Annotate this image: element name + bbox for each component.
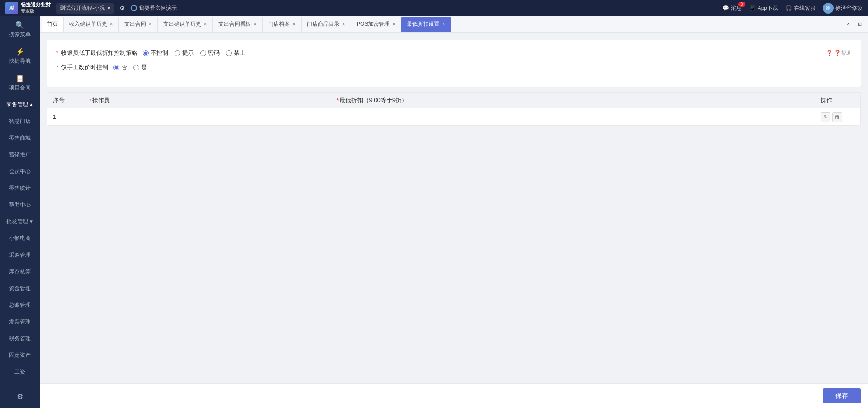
- radio-password-label: 密码: [208, 49, 220, 57]
- radio-forbidden-input[interactable]: [226, 50, 232, 56]
- sidebar-item-search[interactable]: 🔍 搜索菜单: [0, 16, 40, 43]
- customer-service-button[interactable]: 🎧 在线客服: [785, 5, 816, 12]
- discount-required: *: [336, 97, 339, 104]
- delete-button-1[interactable]: 🗑: [832, 112, 842, 122]
- app-download-label: App下载: [758, 5, 778, 12]
- radio-forbidden[interactable]: 禁止: [226, 49, 245, 57]
- table-row: 1 ✎ 🗑: [47, 108, 861, 126]
- edit-button-1[interactable]: ✎: [821, 112, 830, 122]
- search-icon: 🔍: [15, 21, 24, 29]
- retail-label: 零售管理: [6, 101, 28, 108]
- sidebar-item-retail-stat[interactable]: 零售统计: [0, 180, 40, 197]
- tab-min-discount[interactable]: 最低折扣设置 ✕: [401, 17, 451, 32]
- tab-pos-password-label: POS加密管理: [357, 20, 390, 28]
- user-profile-button[interactable]: 徐 徐泽华修改: [823, 3, 863, 14]
- sidebar-settings-icon[interactable]: ⚙: [0, 389, 40, 404]
- radio-yes-input[interactable]: [133, 65, 139, 70]
- sidebar-label-invoice: 发票管理: [9, 318, 31, 326]
- page-footer: 保存: [40, 383, 868, 408]
- sidebar-item-invoice[interactable]: 发票管理: [0, 314, 40, 330]
- radio-no-control-input[interactable]: [143, 50, 149, 56]
- radio-password[interactable]: 密码: [200, 49, 220, 57]
- main-layout: 🔍 搜索菜单 ⚡ 快捷导航 📋 项目合同 零售管理 ▲ 智慧门店 零售商城 营销…: [0, 16, 868, 408]
- tab-payment-confirm-close[interactable]: ✕: [203, 22, 207, 27]
- sidebar-item-shortcut[interactable]: ⚡ 快捷导航: [0, 43, 40, 70]
- sidebar-item-member[interactable]: 会员中心: [0, 163, 40, 180]
- tab-pos-password-close[interactable]: ✕: [392, 22, 396, 27]
- tab-payment-board[interactable]: 支出合同看板 ✕: [213, 17, 263, 32]
- tab-income-confirm[interactable]: 收入确认单历史 ✕: [64, 17, 119, 32]
- tab-payment-contract-close[interactable]: ✕: [148, 22, 152, 27]
- cashier-policy-row: * 收银员低于最低折扣控制策略 不控制 提示: [56, 49, 852, 57]
- sidebar-item-purchase[interactable]: 采购管理: [0, 247, 40, 263]
- radio-no[interactable]: 否: [113, 63, 127, 71]
- tab-min-discount-label: 最低折扣设置: [407, 20, 439, 28]
- th-operator: * 操作员: [84, 96, 331, 104]
- project-selector[interactable]: 测试分开流程-小况 ▾: [56, 3, 114, 14]
- save-button[interactable]: 保存: [823, 388, 861, 403]
- tab-payment-contract[interactable]: 支出合同 ✕: [119, 17, 158, 32]
- tab-store-catalog-close[interactable]: ✕: [342, 22, 345, 27]
- tab-payment-board-close[interactable]: ✕: [253, 22, 257, 27]
- sidebar-label-member: 会员中心: [9, 168, 31, 175]
- tab-bar-actions: ✕ ⊡: [844, 20, 866, 28]
- tab-payment-confirm-label: 支出确认单历史: [163, 20, 201, 28]
- message-button[interactable]: 💬 消息 8: [722, 5, 742, 12]
- th-min-discount: * 最低折扣（9.00等于9折）: [331, 96, 815, 104]
- tab-store-catalog[interactable]: 门店商品目录 ✕: [302, 17, 351, 32]
- sidebar-label-ecommerce: 小畅电商: [9, 234, 31, 242]
- radio-no-input[interactable]: [113, 65, 119, 70]
- content-area: 首页 收入确认单历史 ✕ 支出合同 ✕ 支出确认单历史 ✕ 支出合同看板 ✕ 门…: [40, 16, 868, 408]
- tab-close-current-button[interactable]: ✕: [844, 20, 853, 28]
- radio-no-control-label: 不控制: [151, 49, 168, 57]
- app-edition: 专业版: [21, 8, 51, 14]
- tab-store-archive[interactable]: 门店档案 ✕: [263, 17, 302, 32]
- radio-remind[interactable]: 提示: [175, 49, 194, 57]
- app-download-button[interactable]: 📱 App下载: [749, 5, 778, 12]
- radio-no-control[interactable]: 不控制: [143, 49, 168, 57]
- tab-store-archive-label: 门店档案: [268, 20, 290, 28]
- tab-home-label: 首页: [47, 20, 58, 28]
- help-link[interactable]: ❓ ❓帮助: [826, 49, 852, 57]
- retail-arrow-icon: ▲: [29, 102, 33, 107]
- sidebar-item-assets[interactable]: 固定资产: [0, 347, 40, 364]
- tab-home[interactable]: 首页: [42, 17, 64, 32]
- sidebar-item-help[interactable]: 帮助中心: [0, 197, 40, 213]
- sidebar-item-smart-store[interactable]: 智慧门店: [0, 113, 40, 130]
- settings-icon[interactable]: ⚙: [119, 5, 125, 12]
- sidebar-item-wholesale[interactable]: 批发管理 ▼: [0, 213, 40, 230]
- sidebar-item-retail-mall[interactable]: 零售商城: [0, 130, 40, 146]
- radio-password-input[interactable]: [200, 50, 206, 56]
- sidebar-item-inventory[interactable]: 库存核算: [0, 263, 40, 280]
- discount-table: 序号 * 操作员 * 最低折扣（9.00等于9折） 操作: [47, 92, 861, 126]
- sidebar-item-ledger[interactable]: 总账管理: [0, 297, 40, 314]
- tab-income-confirm-label: 收入确认单历史: [69, 20, 107, 28]
- sidebar-item-tax[interactable]: 税务管理: [0, 330, 40, 347]
- tab-min-discount-close[interactable]: ✕: [442, 22, 445, 27]
- cashier-policy-label: * 收银员低于最低折扣控制策略: [56, 49, 137, 57]
- sidebar-item-ecommerce[interactable]: 小畅电商: [0, 230, 40, 247]
- sidebar-item-project[interactable]: 📋 项目合同: [0, 70, 40, 96]
- sidebar-bottom: ⚙: [0, 385, 40, 408]
- tab-pos-password[interactable]: POS加密管理 ✕: [351, 17, 401, 32]
- form-card: * 收银员低于最低折扣控制策略 不控制 提示: [47, 40, 861, 87]
- tab-income-confirm-close[interactable]: ✕: [109, 22, 113, 27]
- radio-yes[interactable]: 是: [133, 63, 147, 71]
- sidebar-label-retail-mall: 零售商城: [9, 134, 31, 142]
- logo-icon: 财: [5, 2, 18, 14]
- sidebar-item-payroll[interactable]: 工资: [0, 364, 40, 380]
- demo-link[interactable]: 我要看实例演示: [131, 5, 177, 12]
- sidebar-item-retail[interactable]: 零售管理 ▲: [0, 96, 40, 113]
- sidebar-item-finance[interactable]: 资金管理: [0, 280, 40, 297]
- shortcut-icon: ⚡: [15, 47, 24, 56]
- manual-price-radio-group: 否 是: [113, 63, 147, 71]
- tab-store-archive-close[interactable]: ✕: [292, 22, 296, 27]
- customer-service-label: 在线客服: [794, 5, 816, 12]
- tab-maximize-button[interactable]: ⊡: [855, 20, 864, 28]
- radio-remind-input[interactable]: [175, 50, 180, 56]
- sidebar-item-marketing[interactable]: 营销推广: [0, 146, 40, 163]
- tab-payment-confirm[interactable]: 支出确认单历史 ✕: [158, 17, 213, 32]
- required-mark-2: *: [56, 64, 58, 70]
- page-content: * 收银员低于最低折扣控制策略 不控制 提示: [40, 33, 868, 383]
- top-bar: 财 畅捷通好业财 专业版 测试分开流程-小况 ▾ ⚙ 我要看实例演示 💬 消息 …: [0, 0, 868, 16]
